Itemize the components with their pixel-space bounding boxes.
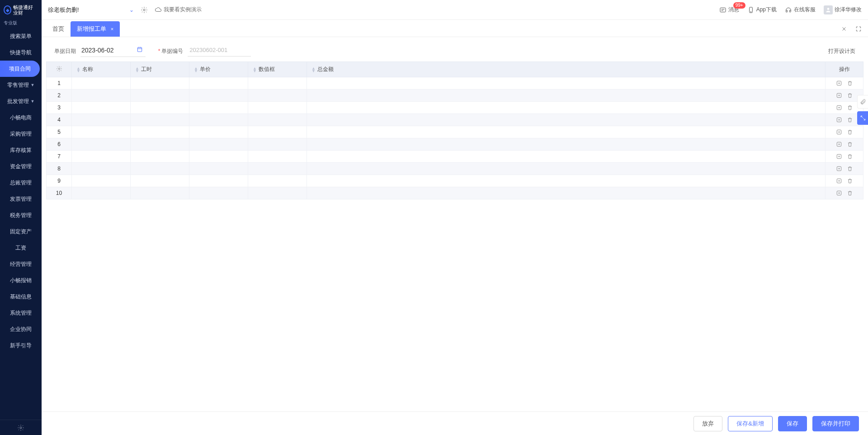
cell[interactable] — [189, 126, 248, 138]
sidebar-item-2[interactable]: 项目合同 — [0, 61, 40, 77]
cell[interactable] — [131, 90, 189, 102]
sidebar-item-9[interactable]: 总账管理 — [0, 175, 42, 191]
cell[interactable] — [131, 138, 189, 151]
cell[interactable] — [248, 151, 307, 163]
cell[interactable] — [248, 175, 307, 187]
app-download-link[interactable]: App下载 — [747, 6, 777, 14]
cell[interactable] — [189, 138, 248, 151]
cell[interactable] — [189, 114, 248, 126]
add-row-icon[interactable] — [836, 141, 842, 147]
cell[interactable] — [189, 90, 248, 102]
settings-button[interactable] — [140, 6, 148, 14]
user-menu[interactable]: 徐泽华修改 — [824, 5, 862, 14]
cell[interactable] — [72, 114, 131, 126]
delete-row-icon[interactable] — [847, 165, 853, 172]
cell[interactable] — [189, 151, 248, 163]
cell[interactable] — [307, 175, 826, 187]
col-header-name[interactable]: ▲▼名称 — [72, 62, 131, 77]
delete-row-icon[interactable] — [847, 178, 853, 184]
cell[interactable] — [307, 126, 826, 138]
cell[interactable] — [248, 187, 307, 199]
delete-row-icon[interactable] — [847, 153, 853, 160]
delete-row-icon[interactable] — [847, 92, 853, 99]
column-settings[interactable] — [47, 62, 72, 77]
add-row-icon[interactable] — [836, 117, 842, 123]
add-row-icon[interactable] — [836, 129, 842, 135]
sidebar-item-0[interactable]: 搜索菜单 — [0, 28, 42, 44]
sidebar-item-16[interactable]: 基础信息 — [0, 288, 42, 305]
add-row-icon[interactable] — [836, 80, 842, 86]
cell[interactable] — [131, 102, 189, 114]
cell[interactable] — [131, 114, 189, 126]
cell[interactable] — [307, 151, 826, 163]
cell[interactable] — [72, 187, 131, 199]
sidebar-item-7[interactable]: 库存核算 — [0, 142, 42, 158]
sidebar-item-6[interactable]: 采购管理 — [0, 126, 42, 142]
sidebar-item-15[interactable]: 小畅报销 — [0, 272, 42, 288]
cell[interactable] — [131, 175, 189, 187]
cell[interactable] — [307, 77, 826, 90]
delete-row-icon[interactable] — [847, 80, 853, 86]
open-design-link[interactable]: 打开设计页 — [828, 47, 855, 55]
cell[interactable] — [72, 175, 131, 187]
add-row-icon[interactable] — [836, 104, 842, 111]
sidebar-item-12[interactable]: 固定资产 — [0, 223, 42, 240]
cell[interactable] — [248, 114, 307, 126]
cell[interactable] — [307, 138, 826, 151]
sidebar-item-3[interactable]: 零售管理▼ — [0, 77, 42, 93]
orderno-input[interactable]: 20230602-001 — [188, 46, 251, 57]
sidebar-item-5[interactable]: 小畅电商 — [0, 109, 42, 126]
cell[interactable] — [131, 187, 189, 199]
col-header-numbox[interactable]: ▲▼数值框 — [248, 62, 307, 77]
tab-home[interactable]: 首页 — [46, 21, 71, 37]
sidebar-item-4[interactable]: 批发管理▼ — [0, 93, 42, 109]
tab-close-button[interactable] — [839, 24, 849, 34]
add-row-icon[interactable] — [836, 92, 842, 99]
customer-service-link[interactable]: 在线客服 — [785, 6, 816, 14]
cell[interactable] — [189, 187, 248, 199]
cell[interactable] — [248, 77, 307, 90]
expand-panel-button[interactable] — [857, 111, 868, 125]
discard-button[interactable]: 放弃 — [693, 416, 722, 431]
save-and-new-button[interactable]: 保存&新增 — [728, 416, 773, 431]
cell[interactable] — [72, 90, 131, 102]
cell[interactable] — [307, 114, 826, 126]
save-and-print-button[interactable]: 保存并打印 — [812, 416, 859, 431]
delete-row-icon[interactable] — [847, 129, 853, 135]
cell[interactable] — [189, 102, 248, 114]
fullscreen-button[interactable] — [854, 24, 863, 34]
cell[interactable] — [72, 163, 131, 175]
add-row-icon[interactable] — [836, 165, 842, 172]
date-input[interactable]: 2023-06-02 — [80, 45, 146, 57]
sidebar-item-18[interactable]: 企业协同 — [0, 321, 42, 337]
add-row-icon[interactable] — [836, 153, 842, 160]
cell[interactable] — [307, 90, 826, 102]
col-header-price[interactable]: ▲▼单价 — [189, 62, 248, 77]
cell[interactable] — [307, 102, 826, 114]
sidebar-item-8[interactable]: 资金管理 — [0, 158, 42, 175]
sidebar-item-19[interactable]: 新手引导 — [0, 337, 42, 354]
attachment-button[interactable] — [857, 95, 868, 109]
shop-selector[interactable]: 徐老板勿删! ⌄ — [48, 6, 134, 14]
sidebar-item-11[interactable]: 税务管理 — [0, 207, 42, 223]
add-row-icon[interactable] — [836, 190, 842, 196]
cell[interactable] — [72, 77, 131, 90]
cell[interactable] — [248, 138, 307, 151]
messages-link[interactable]: 消息 99+ — [719, 6, 739, 14]
col-header-total[interactable]: ▲▼总金额 — [307, 62, 826, 77]
cell[interactable] — [72, 126, 131, 138]
cell[interactable] — [131, 126, 189, 138]
cell[interactable] — [307, 163, 826, 175]
cell[interactable] — [189, 163, 248, 175]
demo-link[interactable]: 我要看实例演示 — [155, 6, 202, 14]
delete-row-icon[interactable] — [847, 117, 853, 123]
cell[interactable] — [131, 77, 189, 90]
tab-new-work-order[interactable]: 新增报工单 × — [71, 21, 120, 37]
sidebar-item-13[interactable]: 工资 — [0, 240, 42, 256]
sidebar-settings[interactable] — [0, 420, 42, 435]
cell[interactable] — [248, 163, 307, 175]
save-button[interactable]: 保存 — [778, 416, 807, 431]
delete-row-icon[interactable] — [847, 104, 853, 111]
cell[interactable] — [248, 126, 307, 138]
sidebar-item-1[interactable]: 快捷导航 — [0, 44, 42, 61]
